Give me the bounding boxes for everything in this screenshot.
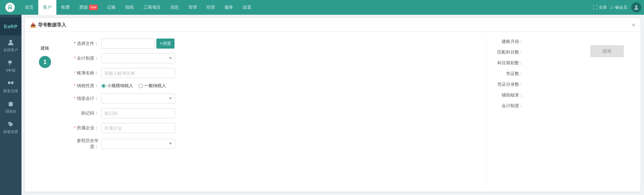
- accounting-system-select[interactable]: [101, 53, 175, 63]
- svg-point-1: [635, 5, 637, 8]
- info-section: 建账月份： 匹配科目数： 科目期初数： 凭证数：: [486, 39, 574, 185]
- migrate-icon: [7, 80, 14, 87]
- form-row-accountant: 指派会计：: [68, 93, 483, 104]
- svg-point-2: [9, 40, 12, 43]
- sidebar-item-declaration[interactable]: 0申报: [0, 56, 21, 76]
- file-input-group: +浏览: [101, 39, 175, 49]
- form-row-history-year: 参照历史年度：: [68, 138, 483, 150]
- memo-input[interactable]: [101, 108, 175, 118]
- nav-item-operation[interactable]: 经营: [202, 0, 220, 15]
- nav-item-collection[interactable]: 收费: [56, 0, 75, 15]
- aux-accounting-label: 辅助核算：: [493, 92, 524, 98]
- file-input[interactable]: [101, 39, 155, 49]
- tax-type-radio-group: 小规模纳税人 一般纳税人: [101, 83, 166, 89]
- svg-rect-5: [8, 81, 10, 84]
- nav-item-tax[interactable]: 报税: [120, 0, 139, 15]
- fullscreen-icon: ⛶: [593, 5, 597, 10]
- right-section: 建账月份： 匹配科目数： 科目期初数： 凭证数：: [486, 39, 641, 185]
- build-button[interactable]: 建账: [590, 45, 624, 57]
- info-row-match-subject: 匹配科目数：: [493, 49, 567, 55]
- content-area: 📥 导爷数据导入 × 建账 1 * 选择文件：: [21, 15, 644, 195]
- account-name-label: 账簿名称：: [68, 70, 99, 76]
- nav-item-settings[interactable]: 设置: [238, 0, 256, 15]
- person-icon: [7, 39, 14, 46]
- flag-icon: [7, 59, 14, 67]
- nav-items: 首页 客户 收费 票据 new 记账 报税 工商项目 消息 管理 经营 服务 设…: [20, 0, 593, 15]
- history-year-select[interactable]: [101, 139, 175, 149]
- nav-item-account[interactable]: 记账: [102, 0, 120, 15]
- step-label: 建账: [41, 45, 49, 51]
- svg-rect-4: [9, 61, 10, 65]
- form-row-company: 所属企业：: [68, 123, 483, 133]
- voucher-count-label: 凭证数：: [493, 71, 524, 77]
- info-row-aux-accounting: 辅助核算：: [493, 92, 567, 98]
- history-year-label: 参照历史年度：: [68, 138, 99, 150]
- nav-right: ⛶ 全屏 ▷ 畅会员: [593, 2, 641, 12]
- company-label: 所属企业：: [68, 125, 99, 131]
- radio-small-input[interactable]: [101, 84, 106, 88]
- sidebar: EaRP 全部客户 0申报: [0, 15, 21, 195]
- nav-item-manage[interactable]: 管理: [184, 0, 202, 15]
- subject-init-label: 科目期初数：: [493, 60, 524, 66]
- info-row-accounting-system: 会计制度：: [493, 103, 567, 109]
- vip-btn[interactable]: ▷ 畅会员: [611, 5, 627, 10]
- invoice-badge: new: [89, 5, 98, 10]
- sidebar-item-all-customers[interactable]: 全部客户: [0, 36, 21, 56]
- tag-icon: [7, 121, 14, 128]
- step-circle: 1: [39, 56, 51, 68]
- fullscreen-btn[interactable]: ⛶ 全屏: [593, 5, 607, 10]
- nav-item-service[interactable]: 服务: [220, 0, 238, 15]
- logo-icon: [5, 3, 15, 12]
- svg-rect-7: [9, 103, 13, 106]
- top-nav: 首页 客户 收费 票据 new 记账 报税 工商项目 消息 管理 经营 服务 设…: [0, 0, 644, 15]
- avatar[interactable]: [631, 2, 641, 12]
- nav-item-message[interactable]: 消息: [165, 0, 184, 15]
- svg-point-8: [9, 123, 10, 124]
- dialog-body: 建账 1 * 选择文件： +浏览: [25, 32, 641, 192]
- assign-accountant-select[interactable]: [101, 93, 175, 104]
- build-btn-area: 建账: [574, 39, 641, 185]
- select-file-label: * 选择文件：: [68, 41, 99, 47]
- sidebar-item-trash[interactable]: 回收站: [0, 97, 21, 117]
- import-icon: 📥: [30, 22, 36, 28]
- browse-button[interactable]: +浏览: [156, 39, 175, 49]
- sidebar-item-tag[interactable]: 标签设置: [0, 117, 21, 138]
- tax-type-label: 纳税性质：: [68, 83, 99, 89]
- memo-label: 助记码：: [68, 110, 99, 116]
- play-icon: ▷: [611, 5, 614, 10]
- close-button[interactable]: ×: [632, 22, 635, 28]
- step-side: 建账 1: [25, 39, 65, 185]
- company-input[interactable]: [101, 123, 175, 133]
- assign-accountant-label: 指派会计：: [68, 95, 99, 102]
- main-layout: EaRP 全部客户 0申报: [0, 15, 644, 195]
- form-row-account-name: 账簿名称：: [68, 68, 483, 78]
- form-row-tax-type: 纳税性质： 小规模纳税人 一般纳税人: [68, 83, 483, 89]
- nav-item-customer[interactable]: 客户: [38, 0, 56, 15]
- dialog-header: 📥 导爷数据导入 ×: [25, 18, 641, 32]
- match-subject-label: 匹配科目数：: [493, 49, 524, 55]
- trash-icon: [7, 100, 14, 108]
- nav-item-home[interactable]: 首页: [20, 0, 38, 15]
- sidebar-item-migration[interactable]: 账套迁移: [0, 76, 21, 97]
- dialog-card: 📥 导爷数据导入 × 建账 1 * 选择文件：: [25, 18, 641, 192]
- sidebar-brand: EaRP: [0, 17, 21, 36]
- logo: [3, 0, 17, 15]
- info-row-voucher-entries: 凭证分录数：: [493, 81, 567, 87]
- accounting-system-label: 会计制度：: [68, 55, 99, 61]
- nav-item-invoice[interactable]: 票据 new: [75, 0, 102, 15]
- account-name-input[interactable]: [101, 68, 175, 78]
- info-row-build-month: 建账月份：: [493, 39, 567, 45]
- form-row-memo: 助记码：: [68, 108, 483, 118]
- nav-item-industrial[interactable]: 工商项目: [139, 0, 165, 15]
- form-row-accounting-system: 会计制度：: [68, 53, 483, 63]
- radio-small-taxpayer[interactable]: 小规模纳税人: [101, 83, 133, 89]
- build-month-label: 建账月份：: [493, 39, 524, 45]
- info-accounting-system-label: 会计制度：: [493, 103, 524, 109]
- voucher-entries-label: 凭证分录数：: [493, 81, 524, 87]
- radio-general-input[interactable]: [139, 84, 143, 88]
- form-row-file: * 选择文件： +浏览: [68, 39, 483, 49]
- info-row-subject-init: 科目期初数：: [493, 60, 567, 66]
- radio-general-taxpayer[interactable]: 一般纳税人: [139, 83, 166, 89]
- form-section: * 选择文件： +浏览 会计制度：: [65, 39, 486, 185]
- info-row-voucher-count: 凭证数：: [493, 71, 567, 77]
